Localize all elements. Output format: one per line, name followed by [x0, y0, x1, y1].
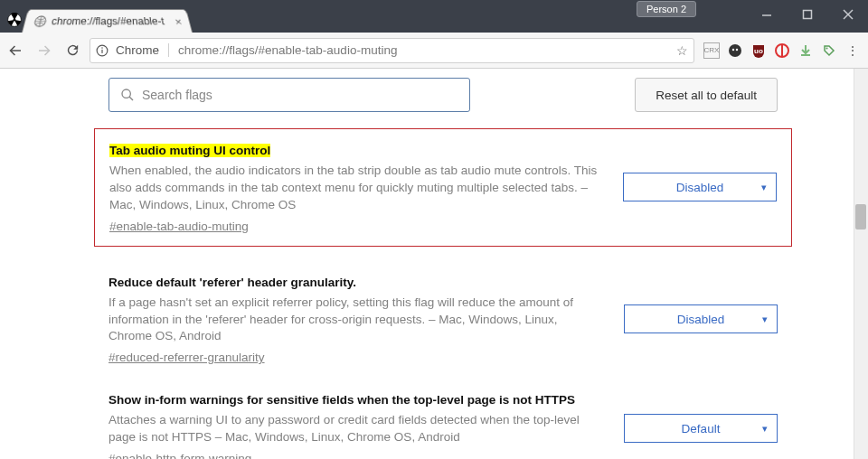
search-input[interactable]: Search flags — [108, 78, 470, 112]
flag-title: Reduce default 'referer' header granular… — [108, 276, 356, 289]
radiation-icon — [7, 13, 22, 27]
window-controls — [746, 0, 868, 29]
reload-button[interactable] — [65, 42, 80, 58]
svg-point-11 — [732, 48, 734, 50]
nav-buttons — [7, 42, 80, 59]
scrollbar[interactable] — [854, 69, 868, 459]
window-titlebar: chrome://flags/#enable-t × Person 2 — [0, 0, 868, 33]
flag-item: Reduce default 'referer' header granular… — [108, 274, 778, 365]
minimize-button[interactable] — [746, 0, 787, 29]
flag-item: Show in-form warnings for sensitive fiel… — [108, 391, 778, 459]
svg-line-18 — [129, 97, 133, 100]
flag-title: Show in-form warnings for sensitive fiel… — [108, 393, 575, 407]
url-text: chrome://flags/#enable-tab-audio-muting — [178, 43, 669, 57]
search-placeholder: Search flags — [142, 88, 212, 102]
flag-anchor-link[interactable]: #enable-http-form-warning — [108, 452, 599, 459]
flag-description: When enabled, the audio indicators in th… — [109, 163, 598, 214]
tab-favicon-icon — [33, 15, 47, 27]
tab-strip: chrome://flags/#enable-t × — [7, 7, 193, 33]
flag-description: If a page hasn't set an explicit referre… — [108, 295, 599, 346]
extension-download-icon[interactable] — [797, 42, 814, 59]
svg-rect-4 — [803, 11, 811, 19]
scrollbar-thumb[interactable] — [855, 204, 866, 230]
svg-text:uo: uo — [754, 47, 763, 55]
back-button[interactable] — [7, 42, 24, 59]
chrome-menu-icon[interactable]: ⋮ — [844, 42, 861, 59]
flag-description: Attaches a warning UI to any password or… — [108, 412, 599, 446]
flag-anchor-link[interactable]: #reduced-referrer-granularity — [108, 351, 599, 364]
extension-crx-icon[interactable]: CRX — [703, 42, 720, 59]
search-icon — [120, 88, 135, 102]
flag-text: Show in-form warnings for sensitive fiel… — [108, 391, 599, 459]
tab-title: chrome://flags/#enable-t — [51, 15, 165, 27]
browser-tab[interactable]: chrome://flags/#enable-t × — [22, 9, 193, 33]
extension-icons: CRX uo ⋮ — [703, 42, 861, 59]
flag-text: Reduce default 'referer' header granular… — [108, 274, 599, 365]
extension-tag-icon[interactable] — [821, 42, 837, 59]
flag-item: Tab audio muting UI controlWhen enabled,… — [94, 128, 792, 247]
flag-text: Tab audio muting UI controlWhen enabled,… — [109, 142, 598, 233]
page-content: Search flags Reset all to default Tab au… — [0, 69, 868, 459]
svg-point-12 — [736, 48, 738, 50]
flag-state-select[interactable]: Disabled — [624, 304, 778, 333]
tab-close-icon[interactable]: × — [174, 14, 183, 27]
svg-point-9 — [101, 47, 103, 49]
extension-red-icon[interactable] — [774, 42, 790, 59]
svg-rect-8 — [101, 49, 102, 52]
svg-point-16 — [826, 47, 828, 49]
site-info-icon[interactable] — [96, 44, 108, 57]
svg-point-10 — [729, 44, 741, 57]
flag-state-select[interactable]: Disabled — [623, 173, 777, 201]
forward-button — [36, 42, 52, 59]
svg-point-17 — [122, 89, 130, 98]
toolbar: Chrome chrome://flags/#enable-tab-audio-… — [0, 33, 868, 69]
bookmark-star-icon[interactable]: ☆ — [676, 43, 688, 58]
extension-ublock-icon[interactable]: uo — [750, 42, 767, 59]
extension-ghostery-icon[interactable] — [727, 42, 743, 59]
profile-badge[interactable]: Person 2 — [637, 1, 696, 17]
close-button[interactable] — [827, 0, 868, 29]
flags-header: Search flags Reset all to default — [108, 78, 778, 112]
reset-all-button[interactable]: Reset all to default — [635, 78, 778, 112]
flag-anchor-link[interactable]: #enable-tab-audio-muting — [109, 220, 598, 233]
url-scheme: Chrome — [116, 43, 169, 57]
flag-title: Tab audio muting UI control — [109, 144, 270, 157]
flag-state-select[interactable]: Default — [624, 414, 778, 443]
address-bar[interactable]: Chrome chrome://flags/#enable-tab-audio-… — [90, 38, 694, 63]
maximize-button[interactable] — [787, 0, 827, 29]
